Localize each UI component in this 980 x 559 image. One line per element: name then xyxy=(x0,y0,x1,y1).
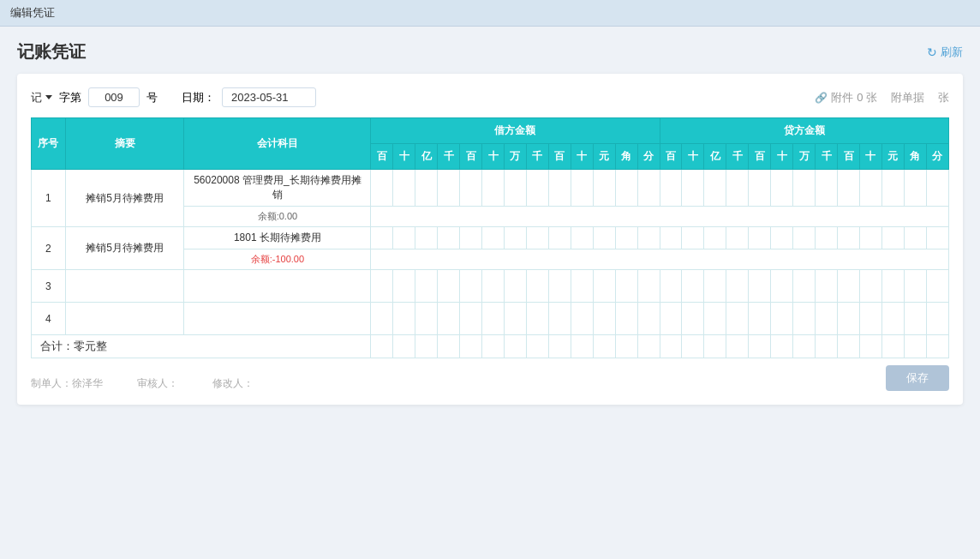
row1-c1[interactable] xyxy=(660,170,682,207)
row3-c9[interactable] xyxy=(838,270,860,303)
row1-d12[interactable] xyxy=(615,170,637,207)
row2-d1[interactable] xyxy=(371,227,393,249)
row2-d4[interactable] xyxy=(438,227,460,249)
row2-c12[interactable] xyxy=(904,227,926,249)
row1-d1[interactable] xyxy=(371,170,393,207)
row3-c6[interactable] xyxy=(771,270,793,303)
row4-c2[interactable] xyxy=(682,303,704,335)
row3-d5[interactable] xyxy=(460,270,482,303)
row4-d6[interactable] xyxy=(482,303,505,335)
row4-c3[interactable] xyxy=(704,303,726,335)
row1-d11[interactable] xyxy=(593,170,615,207)
date-input[interactable] xyxy=(222,87,316,107)
row1-c3[interactable] xyxy=(704,170,726,207)
row1-c8[interactable] xyxy=(816,170,838,207)
type-select[interactable]: 记 xyxy=(31,90,52,105)
row2-c3[interactable] xyxy=(704,227,726,249)
save-button[interactable]: 保存 xyxy=(886,365,949,391)
row1-c6[interactable] xyxy=(771,170,793,207)
row3-c11[interactable] xyxy=(881,270,904,303)
row4-c9[interactable] xyxy=(838,303,860,335)
row1-c4[interactable] xyxy=(726,170,749,207)
attachment-link[interactable]: 🔗 附件 0 张 xyxy=(815,90,877,105)
row4-d7[interactable] xyxy=(504,303,526,335)
row3-c3[interactable] xyxy=(704,270,726,303)
row3-c7[interactable] xyxy=(793,270,816,303)
row2-d12[interactable] xyxy=(615,227,637,249)
row4-d5[interactable] xyxy=(460,303,482,335)
row2-c4[interactable] xyxy=(726,227,749,249)
row1-d3[interactable] xyxy=(415,170,438,207)
row3-c13[interactable] xyxy=(926,270,948,303)
row2-d6[interactable] xyxy=(482,227,505,249)
row1-d6[interactable] xyxy=(482,170,505,207)
row2-c7[interactable] xyxy=(793,227,816,249)
row1-c7[interactable] xyxy=(793,170,816,207)
row3-d9[interactable] xyxy=(548,270,571,303)
row4-c4[interactable] xyxy=(726,303,749,335)
row4-d12[interactable] xyxy=(615,303,637,335)
row2-d11[interactable] xyxy=(593,227,615,249)
row2-d10[interactable] xyxy=(571,227,593,249)
row3-d7[interactable] xyxy=(504,270,526,303)
row3-d1[interactable] xyxy=(371,270,393,303)
row1-d2[interactable] xyxy=(393,170,415,207)
row1-d10[interactable] xyxy=(571,170,593,207)
row4-c10[interactable] xyxy=(859,303,881,335)
row3-c2[interactable] xyxy=(682,270,704,303)
row2-c5[interactable] xyxy=(749,227,771,249)
row3-c5[interactable] xyxy=(749,270,771,303)
row2-d5[interactable] xyxy=(460,227,482,249)
row3-d2[interactable] xyxy=(393,270,415,303)
row3-d10[interactable] xyxy=(571,270,593,303)
row4-c6[interactable] xyxy=(771,303,793,335)
row4-c13[interactable] xyxy=(926,303,948,335)
row1-c10[interactable] xyxy=(859,170,881,207)
row3-d6[interactable] xyxy=(482,270,505,303)
row2-c6[interactable] xyxy=(771,227,793,249)
row3-d12[interactable] xyxy=(615,270,637,303)
row1-c13[interactable] xyxy=(926,170,948,207)
row3-d13[interactable] xyxy=(637,270,660,303)
row2-d7[interactable] xyxy=(504,227,526,249)
row4-c8[interactable] xyxy=(816,303,838,335)
row1-d9[interactable] xyxy=(548,170,571,207)
row1-c9[interactable] xyxy=(838,170,860,207)
row2-c1[interactable] xyxy=(660,227,682,249)
row4-d2[interactable] xyxy=(393,303,415,335)
row2-c10[interactable] xyxy=(859,227,881,249)
row4-c1[interactable] xyxy=(660,303,682,335)
row4-d9[interactable] xyxy=(548,303,571,335)
row2-d9[interactable] xyxy=(548,227,571,249)
row3-c12[interactable] xyxy=(904,270,926,303)
row2-c8[interactable] xyxy=(816,227,838,249)
row4-c12[interactable] xyxy=(904,303,926,335)
row2-c13[interactable] xyxy=(926,227,948,249)
refresh-button[interactable]: ↻ 刷新 xyxy=(927,45,963,60)
row3-c4[interactable] xyxy=(726,270,749,303)
row1-d4[interactable] xyxy=(438,170,460,207)
row3-d8[interactable] xyxy=(526,270,548,303)
row3-c8[interactable] xyxy=(816,270,838,303)
row1-c12[interactable] xyxy=(904,170,926,207)
row2-d2[interactable] xyxy=(393,227,415,249)
row3-d4[interactable] xyxy=(438,270,460,303)
row1-d7[interactable] xyxy=(504,170,526,207)
row4-d8[interactable] xyxy=(526,303,548,335)
row4-d1[interactable] xyxy=(371,303,393,335)
row3-d11[interactable] xyxy=(593,270,615,303)
row4-d3[interactable] xyxy=(415,303,438,335)
row4-c5[interactable] xyxy=(749,303,771,335)
row4-d11[interactable] xyxy=(593,303,615,335)
voucher-number-input[interactable] xyxy=(88,87,140,107)
row2-c11[interactable] xyxy=(881,227,904,249)
row1-d8[interactable] xyxy=(526,170,548,207)
attachment-slip[interactable]: 附单据 xyxy=(891,90,924,105)
row1-c2[interactable] xyxy=(682,170,704,207)
row4-d4[interactable] xyxy=(438,303,460,335)
row4-d13[interactable] xyxy=(637,303,660,335)
row1-c5[interactable] xyxy=(749,170,771,207)
row1-d13[interactable] xyxy=(637,170,660,207)
row3-c1[interactable] xyxy=(660,270,682,303)
row2-d13[interactable] xyxy=(637,227,660,249)
